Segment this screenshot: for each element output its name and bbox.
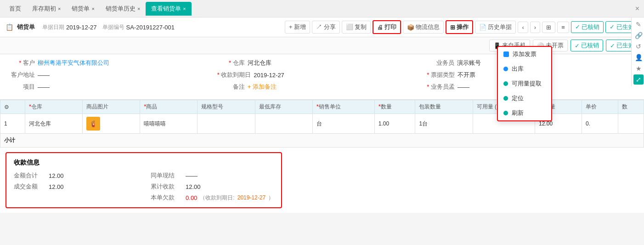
payment-title: 收款信息 (14, 159, 274, 167)
subtotal-row: 小计 (0, 134, 644, 148)
address-label: 客户地址 (7, 71, 35, 79)
operation-icon: ⊞ (450, 24, 455, 31)
tab-history-close[interactable]: × (137, 6, 140, 11)
add-invoice-item[interactable]: 添加发票 (498, 47, 551, 62)
locate-item[interactable]: 定位 (498, 91, 551, 106)
logistics-button[interactable]: 📦 物流信息 (403, 21, 444, 34)
new-button[interactable]: + 新增 (285, 21, 310, 34)
total-label: 金额合计 (14, 171, 46, 180)
col-product: *商品 (140, 100, 198, 114)
row-pack-qty: 1台 (415, 114, 473, 134)
col-spec: 规格型号 (198, 100, 255, 114)
col-unit: *销售单位 (312, 100, 374, 114)
refresh-item[interactable]: 刷新 (498, 106, 551, 120)
verified-icon2: ✓ (575, 42, 580, 49)
tab-sales-order[interactable]: 销货单 × (66, 2, 100, 16)
link-sidebar-icon[interactable]: 🔗 (633, 30, 644, 40)
tab-sales-close[interactable]: × (91, 6, 94, 11)
print-button[interactable]: 🖨 打印 (373, 20, 401, 34)
verified-label: ✓ 已核销 (575, 23, 600, 30)
tab-inventory-close[interactable]: × (58, 6, 61, 11)
print-label: 打印 (384, 23, 396, 31)
refresh-label: 刷新 (512, 109, 524, 117)
row-amount (618, 114, 644, 134)
view-grid-button[interactable]: ⊞ (542, 22, 555, 33)
history-button[interactable]: 📄 历史单据 (475, 21, 516, 34)
doc-number-value: SA-20191227-001 (126, 24, 175, 31)
nav-next-button[interactable]: › (530, 22, 540, 33)
new-label: + 新增 (289, 23, 306, 31)
deal-amount-label: 成交金额 (14, 182, 46, 191)
cumulative-label: 累计收款 (151, 182, 183, 191)
operation-button[interactable]: ⊞ 操作 (446, 20, 473, 34)
tab-check-close[interactable]: × (183, 6, 186, 11)
same-order-settlement-row: 同单现结 —— (151, 171, 274, 180)
row-warehouse: 河北仓库 (25, 114, 82, 134)
refresh-icon (503, 111, 508, 115)
payment-grid: 金额合计 12.00 同单现结 —— 成交金额 12.00 累计收款 12.00… (14, 171, 274, 202)
share-button[interactable]: ↗ 分享 (312, 21, 340, 34)
order-debt-row: 本单欠款 0.00 （收款到期日: 2019-12-27 ） (151, 194, 274, 202)
outbound-icon (503, 67, 508, 71)
doc-date-field: 单据日期 2019-12-27 (42, 23, 97, 31)
col-unit-price: 单价 (582, 100, 618, 114)
tab-check-sales[interactable]: 查看销货单 × (146, 2, 191, 16)
row-num: 1 (0, 114, 25, 134)
available-qty-label: 可用量提取 (512, 80, 542, 88)
col-pack-qty: 包装数量 (415, 100, 473, 114)
col-settings[interactable]: ⚙ (0, 100, 25, 114)
window-close-button[interactable]: × (635, 5, 639, 13)
due-date-field: 收款到期日 2019-12-27 (217, 71, 427, 79)
address-value: —— (38, 72, 50, 79)
row-unit-price: 0. (582, 114, 618, 134)
print-icon: 🖨 (377, 24, 383, 31)
customer-value[interactable]: 柳州粤港平安气体有限公司 (38, 59, 109, 67)
ticket-type-value: 不开票 (458, 71, 475, 79)
doc-icon: 📋 (6, 23, 13, 31)
due-date-label: 收款到期日 (217, 71, 251, 79)
row-min-stock (255, 114, 312, 134)
project-label: 项目 (7, 83, 35, 91)
history-label: 历史单据 (488, 23, 512, 31)
row-spec (198, 114, 255, 134)
col-quantity: *数量 (374, 100, 415, 114)
warehouse-label: 仓库 (217, 59, 245, 67)
copy-label: ⬜ 复制 (346, 23, 367, 31)
logistics-label: 物流信息 (416, 23, 440, 31)
add-remark-btn[interactable]: + 添加备注 (248, 83, 277, 91)
debt-due-date: （收款到期日: (200, 194, 234, 202)
verified-badge[interactable]: ✓ 已核销 (571, 21, 604, 33)
bottom-section: 收款信息 金额合计 12.00 同单现结 —— 成交金额 12.00 累计收款 … (0, 148, 644, 213)
subtotal-label: 小计 (0, 134, 644, 148)
available-qty-icon (503, 81, 508, 86)
tab-home-label: 首页 (9, 5, 21, 13)
available-qty-item[interactable]: 可用量提取 (498, 76, 551, 91)
col-warehouse: *仓库 (25, 100, 82, 114)
person-sidebar-icon[interactable]: 👤 (633, 52, 644, 63)
tab-sales-history[interactable]: 销货单历史 × (100, 2, 146, 16)
col-product-img: 商品图片 (83, 100, 140, 114)
outbound-item[interactable]: 出库 (498, 62, 551, 76)
nav-prev-button[interactable]: ‹ (518, 22, 528, 33)
edit-sidebar-icon[interactable]: ✎ (633, 19, 644, 29)
verified-label2: 已核销 (581, 41, 599, 50)
expand-sidebar-icon[interactable]: ⤢ (633, 74, 644, 85)
cumulative-value: 12.00 (186, 183, 201, 190)
copy-button[interactable]: ⬜ 复制 (342, 21, 371, 34)
warehouse-value: 河北仓库 (248, 59, 271, 67)
right-sidebar: ✎ 🔗 ↺ 👤 ★ ⤢ (631, 17, 644, 86)
tab-home[interactable]: 首页 (4, 2, 27, 16)
toolbar-actions: + 新增 ↗ 分享 ⬜ 复制 🖨 打印 📦 物流信息 ⊞ 操作 📄 历史单据 ‹… (285, 20, 638, 34)
star-sidebar-icon[interactable]: ★ (633, 63, 644, 74)
tab-inventory-init[interactable]: 库存期初 × (27, 2, 66, 16)
remark-label: 备注 (217, 83, 245, 91)
debt-label: 本单欠款 (151, 194, 183, 202)
tab-bar: 首页 库存期初 × 销货单 × 销货单历史 × 查看销货单 × × (0, 0, 644, 17)
history-icon: 📄 (479, 24, 486, 31)
operation-dropdown: 添加发票 出库 可用量提取 定位 刷新 (497, 46, 552, 121)
view-list-button[interactable]: ≡ (557, 22, 569, 33)
row-product-img: 🧯 (83, 114, 140, 134)
verified-btn2[interactable]: ✓ 已核销 (571, 40, 603, 51)
refresh-sidebar-icon[interactable]: ↺ (633, 41, 644, 51)
logistics-icon: 📦 (407, 24, 414, 31)
